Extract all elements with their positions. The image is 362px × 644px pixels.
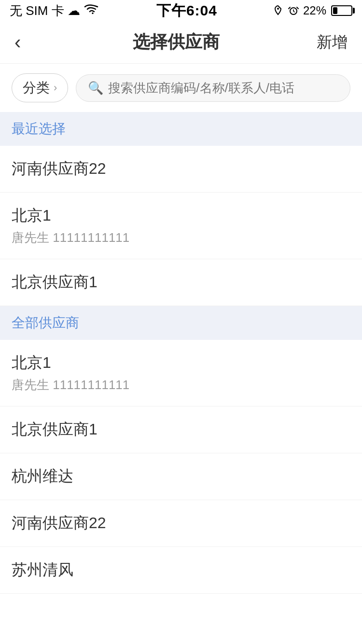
status-bar: 无 SIM 卡 ☁ 下午6:04 22% [0,0,362,21]
back-button[interactable]: ‹ [14,31,43,53]
sim-text: 无 SIM 卡 ☁ [10,2,80,19]
all-list: 北京1唐先生 11111111111北京供应商1杭州维达河南供应商22苏州清风 [0,340,362,594]
list-item[interactable]: 北京供应商1 [0,259,362,306]
wifi-icon [84,4,101,17]
item-sub: 唐先生 11111111111 [12,229,350,246]
search-icon: 🔍 [88,81,103,96]
nav-title: 选择供应商 [43,30,309,54]
list-item[interactable]: 北京供应商1 [0,406,362,453]
status-left: 无 SIM 卡 ☁ [10,2,101,19]
item-name: 北京1 [12,352,350,374]
battery-icon [331,5,352,16]
filter-bar: 分类 › 🔍 [0,64,362,112]
recent-list: 河南供应商22北京1唐先生 11111111111北京供应商1 [0,146,362,306]
item-name: 北京供应商1 [12,419,350,440]
list-item[interactable]: 北京1唐先生 11111111111 [0,340,362,406]
recent-section-title: 最近选择 [12,121,66,136]
list-item[interactable]: 河南供应商22 [0,146,362,193]
status-right: 22% [272,4,352,17]
battery-percent: 22% [303,4,326,17]
chevron-icon: › [54,82,57,94]
add-button[interactable]: 新增 [309,32,348,53]
list-item[interactable]: 北京1唐先生 11111111111 [0,193,362,259]
category-filter[interactable]: 分类 › [12,73,68,102]
nav-bar: ‹ 选择供应商 新增 [0,21,362,64]
category-label: 分类 [23,79,50,97]
item-name: 河南供应商22 [12,513,350,534]
recent-section-header: 最近选择 [0,112,362,146]
list-item[interactable]: 苏州清风 [0,547,362,594]
all-section-header: 全部供应商 [0,306,362,340]
svg-point-0 [277,8,279,10]
status-time: 下午6:04 [156,1,217,21]
item-name: 北京1 [12,205,350,226]
item-name: 苏州清风 [12,560,350,581]
location-icon [272,5,284,16]
item-sub: 唐先生 11111111111 [12,377,350,393]
alarm-icon [288,5,299,16]
list-item[interactable]: 杭州维达 [0,453,362,500]
search-box[interactable]: 🔍 [76,74,350,102]
item-name: 河南供应商22 [12,158,350,180]
list-item[interactable]: 河南供应商22 [0,500,362,547]
all-section-title: 全部供应商 [12,315,79,330]
search-input[interactable] [108,81,338,96]
item-name: 北京供应商1 [12,272,350,293]
item-name: 杭州维达 [12,466,350,487]
